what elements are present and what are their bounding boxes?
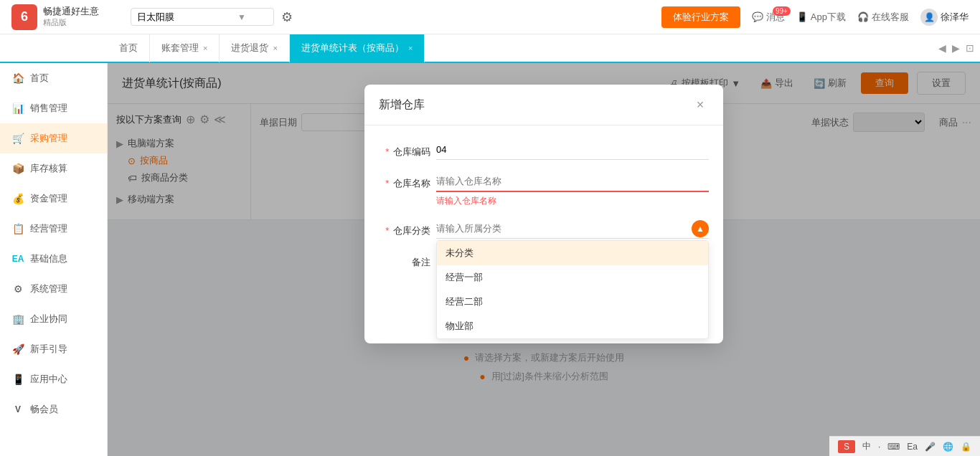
tab-purchase-stats[interactable]: 进货单统计表（按商品） × xyxy=(290,34,425,62)
sidebar-item-apps[interactable]: 📱 应用中心 xyxy=(0,364,107,394)
ea-label: Ea xyxy=(907,442,918,452)
code-control xyxy=(436,140,709,160)
sidebar-item-business-label: 经营管理 xyxy=(30,222,67,235)
online-service-label: 在线客服 xyxy=(872,11,909,24)
logo-area: 6 畅捷通好生意 精品版 xyxy=(11,4,119,30)
search-box[interactable]: ▼ xyxy=(131,8,274,26)
purchase-icon: 🛒 xyxy=(11,132,24,145)
sidebar-item-basic-label: 基础信息 xyxy=(30,252,67,265)
sidebar-item-home-label: 首页 xyxy=(30,72,49,85)
name-error-msg: 请输入仓库名称 xyxy=(436,195,709,207)
form-row-code: * 仓库编码 xyxy=(379,140,709,160)
sidebar-item-inventory[interactable]: 📦 库存核算 xyxy=(0,153,107,184)
sidebar-item-finance[interactable]: 💰 资金管理 xyxy=(0,184,107,214)
main-layout: 🏠 首页 📊 销售管理 🛒 采购管理 📦 库存核算 💰 资金管理 📋 经营管理 … xyxy=(0,63,980,456)
code-label: * 仓库编码 xyxy=(379,140,436,158)
sidebar-item-apps-label: 应用中心 xyxy=(30,373,67,386)
home-icon: 🏠 xyxy=(11,72,24,85)
sidebar-item-enterprise-label: 企业协同 xyxy=(30,313,67,326)
logo-text: 畅捷通好生意 精品版 xyxy=(43,6,99,29)
sidebar-item-member[interactable]: V 畅会员 xyxy=(0,394,107,424)
tab-nav-right-icon[interactable]: ▶ xyxy=(952,42,960,54)
sidebar-item-finance-label: 资金管理 xyxy=(30,192,67,205)
tab-home-label: 首页 xyxy=(119,42,138,54)
dropdown-item-dept2[interactable]: 经营二部 xyxy=(437,290,708,314)
tab-expand-icon[interactable]: ⊡ xyxy=(966,42,974,54)
tab-accounts[interactable]: 账套管理 × xyxy=(150,34,220,62)
mic-icon[interactable]: 🎤 xyxy=(925,442,936,452)
header-actions: 体验行业方案 💬 消息 99+ 📱 App下载 🎧 在线客服 👤 徐泽华 xyxy=(661,6,969,28)
message-badge: 99+ xyxy=(773,6,791,16)
status-zh: 中 xyxy=(862,440,871,452)
sidebar-item-system-label: 系统管理 xyxy=(30,282,67,295)
app-download-item[interactable]: 📱 App下载 xyxy=(796,11,846,24)
tab-controls: ◀ ▶ ⊡ xyxy=(938,42,980,54)
tab-purchase-return-label: 进货退货 xyxy=(231,42,268,54)
category-control: ▲ 未分类 经营一部 经营二部 物业部 xyxy=(436,219,709,239)
sidebar: 🏠 首页 📊 销售管理 🛒 采购管理 📦 库存核算 💰 资金管理 📋 经营管理 … xyxy=(0,63,108,456)
sales-icon: 📊 xyxy=(11,102,24,115)
tab-home[interactable]: 首页 xyxy=(108,34,150,62)
category-input[interactable] xyxy=(436,219,709,239)
code-input[interactable] xyxy=(436,140,709,160)
logo-icon: 6 xyxy=(11,4,37,30)
sidebar-item-guide[interactable]: 🚀 新手引导 xyxy=(0,334,107,364)
trial-button[interactable]: 体验行业方案 xyxy=(661,6,740,28)
app-icon: 📱 xyxy=(796,11,808,22)
basic-icon: EA xyxy=(11,252,24,265)
modal-close-button[interactable]: × xyxy=(692,96,709,113)
name-input[interactable] xyxy=(436,171,709,192)
tab-purchase-return[interactable]: 进货退货 × xyxy=(220,34,289,62)
modal-body: * 仓库编码 * 仓库名称 xyxy=(364,125,723,296)
header-search: ▼ ⚙ xyxy=(131,8,293,26)
keyboard-icon[interactable]: ⌨ xyxy=(887,442,900,452)
dropdown-item-unclassified[interactable]: 未分类 xyxy=(437,241,708,265)
user-avatar: 👤 xyxy=(920,9,938,26)
form-row-category: * 仓库分类 ▲ 未分类 经营一部 经 xyxy=(379,219,709,239)
tab-accounts-label: 账套管理 xyxy=(161,42,199,54)
enterprise-icon: 🏢 xyxy=(11,313,24,326)
sidebar-item-purchase-label: 采购管理 xyxy=(30,132,67,145)
tab-accounts-close-icon[interactable]: × xyxy=(203,44,207,52)
add-warehouse-modal: 新增仓库 × * 仓库编码 xyxy=(364,85,723,343)
headset-icon: 🎧 xyxy=(857,11,869,22)
online-service-item[interactable]: 🎧 在线客服 xyxy=(857,11,909,24)
required-mark-name: * xyxy=(385,178,389,189)
name-control: 请输入仓库名称 xyxy=(436,171,709,207)
sidebar-item-purchase[interactable]: 🛒 采购管理 xyxy=(0,123,107,153)
apps-icon: 📱 xyxy=(11,373,24,386)
dropdown-item-dept1[interactable]: 经营一部 xyxy=(437,265,708,290)
message-item[interactable]: 💬 消息 99+ xyxy=(752,11,785,24)
dropdown-item-dept3[interactable]: 物业部 xyxy=(437,314,708,338)
category-dropdown: 未分类 经营一部 经营二部 物业部 xyxy=(436,240,709,339)
sidebar-item-enterprise[interactable]: 🏢 企业协同 xyxy=(0,304,107,334)
message-icon: 💬 xyxy=(752,11,763,22)
sidebar-item-home[interactable]: 🏠 首页 xyxy=(0,63,107,93)
dropdown-arrow-icon[interactable]: ▼ xyxy=(237,12,246,22)
sidebar-item-system[interactable]: ⚙ 系统管理 xyxy=(0,274,107,304)
finance-icon: 💰 xyxy=(11,192,24,205)
modal-title: 新增仓库 xyxy=(379,98,425,113)
settings-icon[interactable]: ⚙ xyxy=(281,9,293,25)
tab-nav-left-icon[interactable]: ◀ xyxy=(938,42,946,54)
form-row-name: * 仓库名称 请输入仓库名称 xyxy=(379,171,709,207)
sidebar-item-sales[interactable]: 📊 销售管理 xyxy=(0,93,107,123)
app-download-label: App下载 xyxy=(811,11,846,24)
note-form-label: 备注 xyxy=(379,250,436,269)
sidebar-item-business[interactable]: 📋 经营管理 xyxy=(0,214,107,244)
tab-purchase-stats-close-icon[interactable]: × xyxy=(408,44,413,52)
bottom-statusbar: S 中 · ⌨ Ea 🎤 🌐 🔒 xyxy=(829,436,980,456)
globe-icon[interactable]: 🌐 xyxy=(943,442,953,452)
tab-purchase-stats-label: 进货单统计表（按商品） xyxy=(301,42,404,54)
modal-header: 新增仓库 × xyxy=(364,85,723,125)
sidebar-item-sales-label: 销售管理 xyxy=(30,102,67,115)
category-arrow-icon[interactable]: ▲ xyxy=(692,220,709,237)
system-icon: ⚙ xyxy=(11,282,24,295)
sidebar-item-basic[interactable]: EA 基础信息 xyxy=(0,244,107,274)
required-mark-cat: * xyxy=(385,225,389,236)
tab-purchase-return-close-icon[interactable]: × xyxy=(273,44,277,52)
search-input[interactable] xyxy=(137,11,237,22)
user-item[interactable]: 👤 徐泽华 xyxy=(920,9,969,26)
sidebar-item-member-label: 畅会员 xyxy=(30,403,58,416)
status-dot: · xyxy=(878,442,880,452)
